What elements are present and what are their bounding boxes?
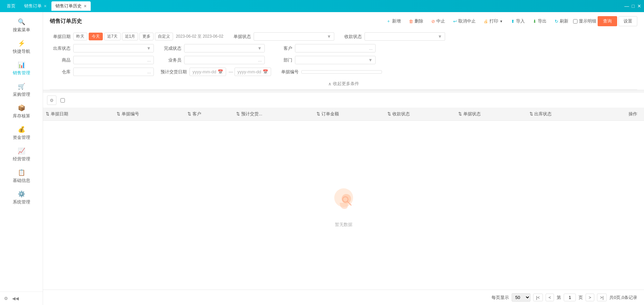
table-settings-icon[interactable]: ⚙ bbox=[47, 96, 56, 105]
tab-sales-order-history-close[interactable]: ✕ bbox=[84, 4, 87, 8]
page-first-btn[interactable]: |< bbox=[533, 294, 543, 301]
sidebar-item-quick-nav[interactable]: ⚡ 快捷导航 bbox=[0, 36, 43, 58]
collapse-bar[interactable]: ∧ 收起更多条件 bbox=[50, 79, 637, 88]
payment-status-select[interactable]: ▼ bbox=[364, 32, 445, 41]
sidebar-item-finance[interactable]: 💰 资金管理 bbox=[0, 122, 43, 144]
select-all-checkbox[interactable] bbox=[60, 98, 65, 103]
calendar-start-icon[interactable]: 📅 bbox=[218, 69, 223, 74]
maximize-icon[interactable]: □ bbox=[632, 3, 635, 9]
sidebar-item-base-info[interactable]: 📋 基础信息 bbox=[0, 165, 43, 187]
top-bar: 首页 销售订单 ✕ 销售订单历史 ✕ — □ ✕ bbox=[0, 0, 644, 12]
order-number-field[interactable] bbox=[301, 70, 382, 74]
page-prev-btn[interactable]: < bbox=[546, 294, 554, 301]
customer-ellipsis: ... bbox=[369, 46, 373, 51]
sidebar-item-sales[interactable]: 📊 销售管理 bbox=[0, 58, 43, 79]
date-7days-btn[interactable]: 近7天 bbox=[104, 33, 121, 40]
content-area: 销售订单历史 ＋ 新增 🗑 删除 ⊘ 中止 ↩ bbox=[43, 12, 644, 305]
sales-icon: 📊 bbox=[18, 61, 25, 69]
col-expected-date[interactable]: ⇅ 预计交货... bbox=[233, 108, 314, 121]
date-today-btn[interactable]: 今天 bbox=[89, 33, 103, 40]
sidebar-item-purchase[interactable]: 🛒 采购管理 bbox=[0, 79, 43, 101]
sidebar-item-inventory[interactable]: 📦 库存核算 bbox=[0, 101, 43, 122]
query-button[interactable]: 查询 bbox=[598, 16, 617, 26]
col-date[interactable]: ⇅ 单据日期 bbox=[43, 108, 114, 121]
show-detail-checkbox[interactable]: 显示明细 bbox=[573, 18, 596, 24]
sidebar-item-finance-label: 资金管理 bbox=[13, 135, 30, 141]
col-date-label: ⇅ 单据日期 bbox=[46, 111, 68, 116]
date-yesterday-btn[interactable]: 昨天 bbox=[73, 33, 87, 40]
empty-illustration bbox=[327, 183, 360, 216]
purchase-icon: 🛒 bbox=[18, 83, 25, 90]
close-icon[interactable]: ✕ bbox=[637, 3, 641, 9]
col-number[interactable]: ⇅ 单据编号 bbox=[114, 108, 185, 121]
page-next-btn[interactable]: > bbox=[586, 294, 594, 301]
filter-row-4: 仓库 ... 预计交货日期 yyyy-mm-dd 📅 — yyyy-mm-dd … bbox=[50, 68, 637, 76]
salesperson-field[interactable]: ... bbox=[184, 56, 265, 64]
goods-ellipsis: ... bbox=[147, 58, 151, 63]
page-size-select[interactable]: 50 10 20 100 bbox=[512, 293, 530, 302]
date-more-btn[interactable]: 更多 bbox=[139, 33, 154, 40]
col-amount[interactable]: ⇅ 订单金额 bbox=[314, 108, 385, 121]
print-button[interactable]: 🖨 打印 ▼ bbox=[480, 16, 506, 26]
sidebar-collapse-icon[interactable]: ◀◀ bbox=[12, 296, 19, 301]
tab-sales-order-close[interactable]: ✕ bbox=[44, 4, 47, 8]
date-custom-btn[interactable]: 自定义 bbox=[155, 33, 173, 40]
date-quick-buttons: 昨天 今天 近7天 近1月 更多 自定义 bbox=[73, 33, 173, 40]
page-size-label: 每页显示 bbox=[491, 295, 509, 301]
stop-button[interactable]: ⊘ 中止 bbox=[428, 16, 448, 26]
collapse-arrow-icon: ∧ bbox=[328, 81, 332, 86]
goods-field[interactable]: ... bbox=[73, 56, 154, 64]
salesperson-ellipsis: ... bbox=[258, 58, 262, 63]
page-last-btn[interactable]: >| bbox=[597, 294, 607, 301]
sidebar-item-system[interactable]: ⚙️ 系统管理 bbox=[0, 187, 43, 208]
order-status-select[interactable]: ▼ bbox=[254, 32, 334, 41]
import-button[interactable]: ⬆ 导入 bbox=[508, 16, 528, 26]
tab-home[interactable]: 首页 bbox=[3, 1, 19, 11]
table-toolbar: ⚙ bbox=[43, 93, 644, 108]
expected-date-start[interactable]: yyyy-mm-dd 📅 bbox=[189, 68, 226, 76]
salesperson-label: 业务员 bbox=[161, 57, 184, 63]
sidebar-item-operations[interactable]: 📈 经营管理 bbox=[0, 144, 43, 165]
new-button[interactable]: ＋ 新增 bbox=[383, 16, 404, 26]
delivery-status-label: 出库状态 bbox=[50, 45, 73, 51]
cancel-stop-button[interactable]: ↩ 取消中止 bbox=[450, 16, 479, 26]
completion-status-select[interactable]: ▼ bbox=[184, 44, 265, 52]
date-label: 单据日期 bbox=[50, 34, 73, 40]
tab-sales-order[interactable]: 销售订单 ✕ bbox=[20, 1, 51, 11]
collapse-label: 收起更多条件 bbox=[333, 81, 359, 87]
warehouse-field[interactable]: ... bbox=[73, 68, 154, 76]
refresh-button[interactable]: ↻ 刷新 bbox=[551, 16, 572, 26]
calendar-end-icon[interactable]: 📅 bbox=[263, 69, 268, 74]
tab-sales-order-history[interactable]: 销售订单历史 ✕ bbox=[51, 1, 91, 11]
minimize-icon[interactable]: — bbox=[625, 3, 629, 9]
date-end-placeholder: yyyy-mm-dd bbox=[238, 69, 261, 74]
col-payment-status[interactable]: ⇅ 收款状态 bbox=[385, 108, 456, 121]
col-delivery-status[interactable]: ⇅ 出库状态 bbox=[527, 108, 598, 121]
delete-icon: 🗑 bbox=[409, 19, 413, 24]
sidebar-item-search-label: 搜索菜单 bbox=[13, 27, 30, 33]
table-header: ⇅ 单据日期 ⇅ 单据编号 ⇅ 客户 ⇅ 预计交货... ⇅ 订单金额 bbox=[43, 108, 644, 121]
sidebar-item-purchase-label: 采购管理 bbox=[13, 91, 30, 98]
customer-field[interactable]: ... bbox=[295, 44, 376, 52]
export-button[interactable]: ⬇ 导出 bbox=[529, 16, 550, 26]
settings-button[interactable]: 设置 bbox=[618, 16, 637, 26]
tab-sales-order-label: 销售订单 bbox=[24, 3, 42, 9]
sidebar-item-search[interactable]: 🔍 搜索菜单 bbox=[0, 15, 43, 36]
delivery-status-select[interactable]: ▼ bbox=[73, 44, 154, 52]
date-1month-btn[interactable]: 近1月 bbox=[122, 33, 138, 40]
show-detail-input[interactable] bbox=[573, 19, 577, 24]
refresh-label: 刷新 bbox=[560, 18, 568, 24]
toolbar: ＋ 新增 🗑 删除 ⊘ 中止 ↩ 取消中止 bbox=[383, 16, 637, 26]
print-icon: 🖨 bbox=[484, 19, 488, 24]
expected-date-end[interactable]: yyyy-mm-dd 📅 bbox=[234, 68, 271, 76]
settings-gear-icon[interactable]: ⚙ bbox=[4, 296, 8, 301]
department-select[interactable]: ▼ bbox=[295, 56, 376, 64]
warehouse-label: 仓库 bbox=[50, 69, 73, 75]
col-order-status[interactable]: ⇅ 单据状态 bbox=[456, 108, 526, 121]
col-customer[interactable]: ⇅ 客户 bbox=[185, 108, 233, 121]
search-menu-icon: 🔍 bbox=[18, 18, 25, 26]
page-input[interactable] bbox=[564, 294, 576, 301]
empty-text: 暂无数据 bbox=[335, 222, 352, 228]
delete-button[interactable]: 🗑 删除 bbox=[405, 16, 427, 26]
order-status-arrow: ▼ bbox=[327, 34, 331, 39]
